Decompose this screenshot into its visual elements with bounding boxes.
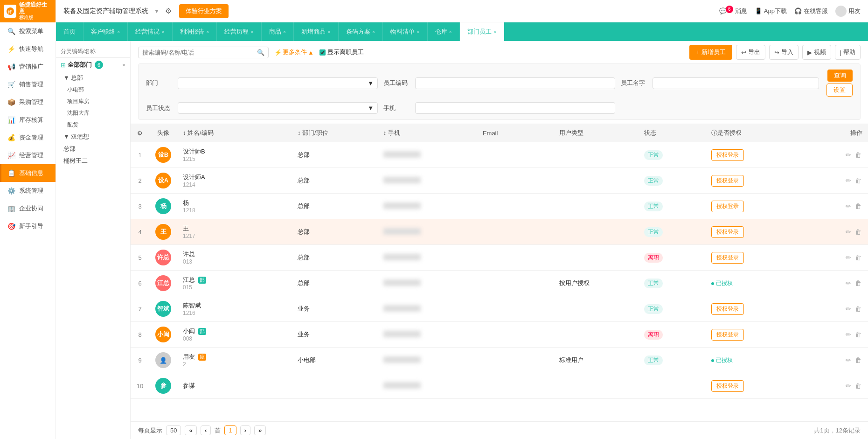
tab-profit[interactable]: 利润报告 × xyxy=(173,22,217,41)
delete-btn-9[interactable]: 🗑 xyxy=(855,356,861,364)
current-page[interactable]: 1 xyxy=(224,425,236,435)
set-button[interactable]: 设置 xyxy=(826,84,853,97)
col-settings[interactable]: ⚙ xyxy=(131,124,149,142)
dept-group-label[interactable]: ▼ 总部 xyxy=(56,72,130,84)
auth-btn-7[interactable]: 授权登录 xyxy=(711,303,744,315)
empname-input[interactable] xyxy=(653,77,819,89)
empstatus-select[interactable]: ▼ xyxy=(178,102,378,114)
tab-close-customer[interactable]: × xyxy=(117,29,120,35)
query-button[interactable]: 查询 xyxy=(827,70,853,82)
edit-btn-3[interactable]: ✏ xyxy=(846,202,851,210)
export-button[interactable]: ↩ 导出 xyxy=(736,45,765,60)
import-button[interactable]: ↪ 导入 xyxy=(769,45,799,60)
dept-item-桶树王二[interactable]: 桶树王二 xyxy=(56,155,130,167)
search-input[interactable] xyxy=(142,49,254,56)
tab-customer[interactable]: 客户联络 × xyxy=(83,22,128,41)
view-button[interactable]: ▶ 视频 xyxy=(802,45,831,60)
sidebar-item-marketing[interactable]: 📢 营销推广 xyxy=(0,58,56,76)
collapse-icon[interactable]: » xyxy=(122,62,125,68)
sidebar-item-finance[interactable]: 💰 资金管理 xyxy=(0,129,56,146)
tab-barcode[interactable]: 条码方案 × xyxy=(339,22,383,41)
sidebar-item-system[interactable]: ⚙️ 系统管理 xyxy=(0,182,56,200)
show-resigned-checkbox[interactable]: 显示离职员工 xyxy=(319,48,364,56)
sidebar-item-enterprise[interactable]: 🏢 企业协同 xyxy=(0,200,56,217)
delete-btn-10[interactable]: 🗑 xyxy=(855,382,861,390)
sidebar-item-shortcut[interactable]: ⚡ 快速导航 xyxy=(0,40,56,58)
tab-operations[interactable]: 经营情况 × xyxy=(128,22,172,41)
tab-warehouse[interactable]: 仓库 × xyxy=(428,22,460,41)
add-staff-button[interactable]: + 新增员工 xyxy=(689,45,732,60)
dept-search-input[interactable] xyxy=(61,48,131,55)
message-item[interactable]: 💬 6 消息 xyxy=(719,7,747,15)
dept-select[interactable]: ▼ xyxy=(178,77,378,89)
trial-button[interactable]: 体验行业方案 xyxy=(179,4,229,18)
sidebar-item-operations[interactable]: 📈 经营管理 xyxy=(0,146,56,164)
edit-btn-7[interactable]: ✏ xyxy=(846,305,851,313)
sidebar-item-purchase[interactable]: 📦 采购管理 xyxy=(0,93,56,111)
delete-btn-3[interactable]: 🗑 xyxy=(855,202,861,210)
page-size-value[interactable]: 50 xyxy=(166,425,181,435)
sidebar-item-search[interactable]: 🔍 搜索菜单 xyxy=(0,22,56,40)
sidebar-item-guide[interactable]: 🎯 新手引导 xyxy=(0,217,56,235)
resigned-checkbox-input[interactable] xyxy=(319,49,326,56)
sidebar-item-basic[interactable]: 📋 基础信息 xyxy=(0,164,56,182)
delete-btn-1[interactable]: 🗑 xyxy=(855,151,861,159)
tab-close-operations[interactable]: × xyxy=(161,29,164,35)
auth-btn-3[interactable]: 授权登录 xyxy=(711,201,744,212)
auth-btn-2[interactable]: 授权登录 xyxy=(711,175,744,187)
tab-newgoods[interactable]: 新增商品 × xyxy=(294,22,338,41)
topbar-gear-icon[interactable]: ⚙ xyxy=(165,7,172,15)
online-support-item[interactable]: 🎧 在线客服 xyxy=(794,7,828,15)
auth-btn-5[interactable]: 授权登录 xyxy=(711,252,744,264)
edit-btn-6[interactable]: ✏ xyxy=(846,279,851,287)
tab-close-history[interactable]: × xyxy=(250,29,253,35)
auth-btn-10[interactable]: 授权登录 xyxy=(711,380,744,392)
tab-close-staff[interactable]: × xyxy=(493,29,496,35)
tab-history[interactable]: 经营历程 × xyxy=(217,22,261,41)
dept-item-总部[interactable]: 总部 xyxy=(56,143,130,155)
auth-btn-1[interactable]: 授权登录 xyxy=(711,149,744,161)
tab-goods[interactable]: 商品 × xyxy=(262,22,294,41)
auth-btn-8[interactable]: 授权登录 xyxy=(711,329,744,341)
next-page-btn[interactable]: › xyxy=(240,425,250,435)
sidebar-item-inventory[interactable]: 📊 库存核算 xyxy=(0,111,56,129)
dept-item-项目库房[interactable]: 项目库房 xyxy=(56,96,130,107)
app-download-item[interactable]: 📱 App下载 xyxy=(755,7,787,15)
tab-close-newgoods[interactable]: × xyxy=(327,29,330,35)
prev-page-btn[interactable]: ‹ xyxy=(201,425,211,435)
delete-btn-2[interactable]: 🗑 xyxy=(855,177,861,184)
tab-close-warehouse[interactable]: × xyxy=(449,29,452,35)
first-page-btn[interactable]: « xyxy=(185,425,196,435)
tab-staff[interactable]: 部门员工 × xyxy=(460,22,504,41)
delete-btn-5[interactable]: 🗑 xyxy=(855,254,861,261)
edit-btn-9[interactable]: ✏ xyxy=(846,356,851,364)
help-button[interactable]: | 帮助 xyxy=(835,45,861,60)
last-page-btn[interactable]: » xyxy=(254,425,266,435)
edit-btn-10[interactable]: ✏ xyxy=(846,382,851,390)
empcode-input[interactable] xyxy=(415,77,615,89)
edit-btn-1[interactable]: ✏ xyxy=(846,151,851,159)
tab-close-material[interactable]: × xyxy=(417,29,419,35)
dept-item-小电部[interactable]: 小电部 xyxy=(56,84,130,96)
user-item[interactable]: 用友 xyxy=(835,6,861,17)
tab-close-goods[interactable]: × xyxy=(283,29,286,35)
edit-btn-2[interactable]: ✏ xyxy=(846,177,851,184)
tab-close-profit[interactable]: × xyxy=(206,29,209,35)
edit-btn-8[interactable]: ✏ xyxy=(846,331,851,338)
edit-btn-5[interactable]: ✏ xyxy=(846,254,851,261)
auth-btn-4[interactable]: 授权登录 xyxy=(711,226,744,238)
delete-btn-4[interactable]: 🗑 xyxy=(855,228,861,236)
delete-btn-6[interactable]: 🗑 xyxy=(855,279,861,287)
tab-home[interactable]: 首页 xyxy=(56,22,83,41)
delete-btn-7[interactable]: 🗑 xyxy=(855,305,861,313)
sidebar-item-sales[interactable]: 🛒 销售管理 xyxy=(0,76,56,93)
phone-input[interactable] xyxy=(415,102,615,114)
tab-material[interactable]: 物料清单 × xyxy=(383,22,427,41)
all-depts-header[interactable]: ⊞ 全部部门 6 » xyxy=(56,58,130,72)
dept-item-配货[interactable]: 配货 xyxy=(56,119,130,131)
delete-btn-8[interactable]: 🗑 xyxy=(855,331,861,338)
edit-btn-4[interactable]: ✏ xyxy=(846,228,851,236)
dept-group-label[interactable]: ▼ 双疤想 xyxy=(56,131,130,143)
more-conditions-btn[interactable]: ⚡ 更多条件 ▲ xyxy=(274,48,314,56)
tab-close-barcode[interactable]: × xyxy=(372,29,375,35)
